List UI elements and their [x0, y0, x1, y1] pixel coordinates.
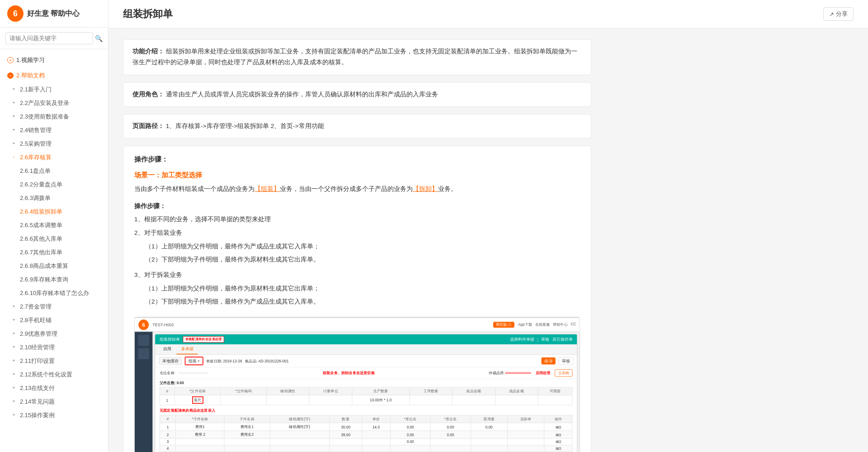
- ss-annotation5: 无固定装配清单的商品在这里录入: [160, 408, 573, 413]
- ss-tab-multi[interactable]: 多单据: [177, 344, 198, 354]
- ss-col-unit: 计量单位: [309, 387, 352, 395]
- steps-container: 操作步骤： 场景一：加工类型选择 当由多个子件材料组装成一个成品的业务为【组装】…: [123, 146, 591, 452]
- sidebar-item-assembly[interactable]: 2.6.4组装拆卸单: [0, 205, 108, 219]
- sidebar-item-faq[interactable]: + 2.14常见问题: [0, 395, 108, 409]
- ops-title: 操作步骤：: [134, 155, 580, 164]
- table-row: 2 费用 2 费用名2 39.00 0.00: [160, 431, 572, 438]
- ss-col-price: 单价: [362, 415, 391, 423]
- sidebar-item-stocktake[interactable]: 2.6.1盘点单: [0, 164, 108, 178]
- sidebar-item-cases[interactable]: + 2.15操作案例: [0, 409, 108, 422]
- ss-col-qty: 数量: [330, 415, 362, 423]
- plus-icon: +: [13, 318, 18, 323]
- plus-icon: +: [13, 399, 18, 404]
- sidebar-item-purchase[interactable]: + 2.5采购管理: [0, 137, 108, 151]
- intro-text: 组装拆卸单用来处理企业组装或拆卸等加工业务，支持有固定装配清单的产品加工业务，也…: [132, 48, 577, 66]
- ss-col-index: #: [160, 387, 175, 395]
- ss-col-childname: *子件名称: [176, 415, 225, 423]
- role-text: 通常由生产人员或库管人员完成拆装业务的操作，库管人员确认原材料的出库和产成品的入…: [166, 91, 438, 98]
- ss-parts-count: 父件总数: 0.00: [160, 381, 573, 385]
- step1: 1、根据不同的业务，选择不同单据的类型来处理: [134, 214, 580, 225]
- path-label: 页面路径：: [132, 123, 164, 129]
- sidebar-item-coupon[interactable]: + 2.9优惠券管理: [0, 327, 108, 341]
- ss-lower-table: # *子件名称 子件名称 辅助属性(字) 数量 单价 *库位名: [160, 415, 573, 452]
- sidebar-item-bizmanage[interactable]: + 2.10经营管理: [0, 341, 108, 354]
- step2-sub1: （1）上部明细为父件明细，最终作为产成品生成其它入库单；: [134, 241, 580, 252]
- nav-section-docs: − 2.帮助文档 + 2.1新手入门 + 2.2产品安装及登录 + 2.3使用前…: [0, 68, 108, 422]
- ss-confirm-btn[interactable]: 立采购: [555, 369, 572, 376]
- sidebar-item-newbie[interactable]: + 2.1新手入门: [0, 83, 108, 96]
- sidebar-item-print[interactable]: + 2.11打印设置: [0, 354, 108, 368]
- search-button[interactable]: 🔍: [95, 35, 103, 42]
- sidebar-item-transfer[interactable]: 2.6.3调拨单: [0, 191, 108, 205]
- sidebar: 6 好生意 帮助中心 🔍 + 1.视频学习 − 2.帮助文档 + 2.1新手入门: [0, 0, 108, 452]
- sidebar-item-stockledger[interactable]: 2.6.9库存账本查询: [0, 273, 108, 286]
- ss-qty-input[interactable]: [505, 372, 531, 374]
- ss-col-workqty: 工序数量: [410, 387, 453, 395]
- ss-sidebar-icon2: [138, 348, 149, 359]
- share-button[interactable]: ↗ 分享: [823, 7, 854, 21]
- ss-logo: 6: [138, 319, 149, 330]
- ss-col-aux: 辅助属性: [267, 387, 310, 395]
- ss-lower-area: 无固定装配清单的商品在这里录入 # *子件名称 子件名称: [155, 407, 577, 452]
- sidebar-item-docs[interactable]: − 2.帮助文档: [0, 68, 108, 83]
- nav-sub-items-docs: + 2.1新手入门 + 2.2产品安装及登录 + 2.3使用前数据准备 + 2.…: [0, 83, 108, 422]
- sidebar-item-otherinbound[interactable]: 2.6.6其他入库单: [0, 232, 108, 246]
- sidebar-item-install[interactable]: + 2.2产品安装及登录: [0, 96, 108, 110]
- ss-location-input[interactable]: [179, 372, 209, 374]
- nav-section-videos: + 1.视频学习: [0, 53, 108, 67]
- sidebar-item-settings[interactable]: + 2.12系统个性化设置: [0, 368, 108, 381]
- ss-audit-btn[interactable]: 审核: [559, 357, 574, 365]
- search-box: 🔍: [0, 28, 108, 49]
- step3-sub1: （1）上部明细为父件明细，最终作为原材料生成其它出库单；: [134, 283, 580, 295]
- sidebar-item-costrecalc[interactable]: 2.6.8商品成本重算: [0, 259, 108, 273]
- sidebar-item-partstocktake[interactable]: 2.6.2分量盘点单: [0, 178, 108, 191]
- scene-title: 场景一：加工类型选择: [134, 171, 580, 180]
- sidebar-item-stockledgerwrong[interactable]: 2.6.10库存账本错了怎么办: [0, 286, 108, 300]
- main-content: 组装拆卸单 ↗ 分享 功能介绍： 组装拆卸单用来处理企业组装或拆卸等加工业务，支…: [108, 0, 868, 452]
- role-block: 使用角色： 通常由生产人员或库管人员完成拆装业务的操作，库管人员确认原材料的出库…: [123, 82, 591, 107]
- ss-left-sidebar: [135, 332, 152, 452]
- sidebar-item-inventory[interactable]: − 2.6库存核算: [0, 151, 108, 164]
- ss-upper-table-area: 父件总数: 0.00 # *父件名称 *父件编码: [155, 379, 577, 407]
- disassembly-link[interactable]: 【拆卸】: [413, 186, 438, 192]
- sidebar-item-videos[interactable]: + 1.视频学习: [0, 53, 108, 67]
- plus-icon: +: [13, 358, 18, 364]
- sidebar-item-payment[interactable]: + 2.13在线支付: [0, 381, 108, 395]
- plus-icon: +: [13, 141, 18, 147]
- screenshot-container: 6 TEST-H002 网页版-八 App下载 在线客服 帮助中心 CC: [134, 317, 580, 452]
- ss-company: TEST-H002: [152, 323, 174, 327]
- sidebar-item-otheroutbound[interactable]: 2.6.7其他出库单: [0, 246, 108, 259]
- logo-text: 好生意 帮助中心: [27, 9, 80, 19]
- search-input[interactable]: [5, 32, 93, 44]
- content-header: 组装拆卸单 ↗ 分享: [108, 0, 868, 29]
- path-text: 1、库存核算->库存管理->组装拆卸单 2、首页->常用功能: [166, 123, 324, 129]
- expand-icon: +: [7, 57, 14, 63]
- ss-qty-field: 仲裁品用: [489, 371, 531, 376]
- scene-desc: 当由多个子件材料组装成一个成品的业务为【组装】业务，当由一个父件拆分成多个子产品…: [134, 183, 580, 195]
- ss-fields-row: 仓位名称 组装业务、拆卸业务在这里切换 仲裁品用 启用处理 立采: [155, 367, 577, 379]
- ss-col-actual: 实际单: [507, 415, 544, 423]
- ss-save-btn[interactable]: 保存: [542, 357, 556, 365]
- ss-col-loc1: *库位名: [390, 415, 430, 423]
- ss-col-auxstr: 辅助属性(字): [270, 415, 330, 423]
- ss-annotation3: 组装业务、拆卸业务在这里切换: [213, 371, 485, 376]
- sidebar-item-finance[interactable]: + 2.7资金管理: [0, 300, 108, 314]
- ss-doc-type[interactable]: 本地缓存: [159, 357, 182, 365]
- sidebar-item-dataprep[interactable]: + 2.3使用前数据准备: [0, 110, 108, 124]
- ss-toolbar: 本地缓存 组装 ▾ 单据日期: 2019-12-26 集品品: AD-20191…: [155, 355, 577, 367]
- sidebar-item-mobile[interactable]: + 2.8手机旺铺: [0, 314, 108, 327]
- logo-icon: 6: [7, 5, 24, 22]
- plus-icon: +: [13, 304, 18, 309]
- ss-type-selector[interactable]: 组装 ▾: [185, 357, 203, 365]
- ss-col-childcode: 子件名称: [224, 415, 269, 423]
- step2-sub2: （2）下部明细为子件明细，最终作为原材料生成其它出库单。: [134, 254, 580, 266]
- content-body: 功能介绍： 组装拆卸单用来处理企业组装或拆卸等加工业务，支持有固定装配清单的产品…: [108, 29, 606, 452]
- intro-block: 功能介绍： 组装拆卸单用来处理企业组装或拆卸等加工业务，支持有固定装配清单的产品…: [123, 39, 591, 75]
- ss-tabs: 自用 多单据: [155, 344, 577, 355]
- step3: 3、对于拆装业务: [134, 269, 580, 281]
- ss-tab-own[interactable]: 自用: [159, 344, 176, 354]
- sidebar-item-sales[interactable]: + 2.4销售管理: [0, 124, 108, 137]
- ss-upper-table: # *父件名称 *父件编码 辅助属性 计量单位 生产数量 工序数量: [160, 387, 573, 405]
- assembly-link[interactable]: 【组装】: [255, 186, 280, 192]
- sidebar-item-costadjust[interactable]: 2.6.5成本调整单: [0, 219, 108, 232]
